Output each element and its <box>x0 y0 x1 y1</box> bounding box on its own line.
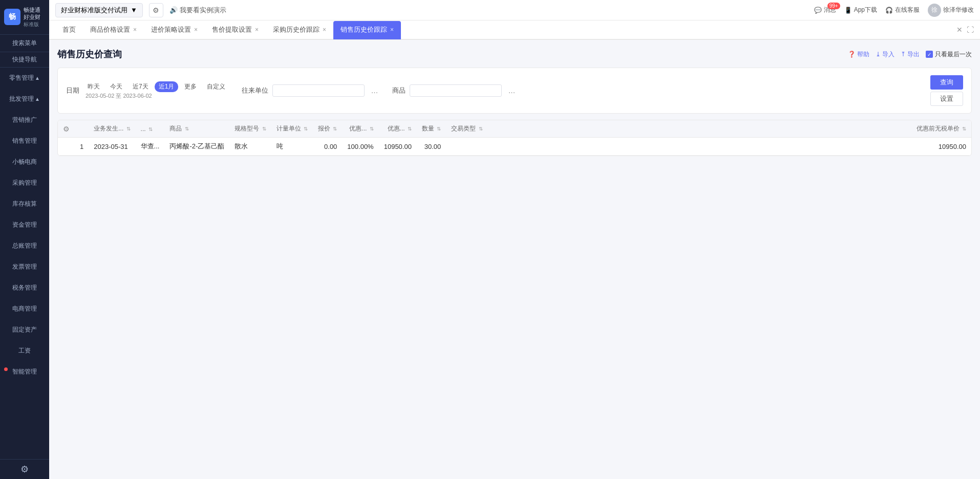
col-product[interactable]: 商品 ⇅ <box>164 120 229 138</box>
message-badge: 99+ <box>827 3 840 9</box>
col-spec[interactable]: 规格型号 ⇅ <box>229 120 271 138</box>
export-icon: ⤒ <box>901 51 906 58</box>
sidebar-search[interactable]: 搜索菜单 <box>0 35 49 52</box>
tab-sell-price-close[interactable]: × <box>255 26 259 33</box>
tab-purchase-strategy[interactable]: 进价策略设置 × <box>144 21 205 39</box>
tab-sell-price[interactable]: 售价提取设置 × <box>205 21 266 39</box>
date-yesterday[interactable]: 昨天 <box>83 81 104 92</box>
topbar: 好业财标准版交付试用 ▼ ⚙ 🔊 我要看实例演示 💬 消息 99+ 📱 App下… <box>49 0 980 20</box>
window-maximize-button[interactable]: ⛶ <box>967 26 974 34</box>
tab-purchase-strategy-close[interactable]: × <box>194 26 198 33</box>
sidebar-item-salary[interactable]: 工资 <box>0 340 49 361</box>
col-num <box>75 120 89 138</box>
row-settings-cell <box>58 138 75 156</box>
supplier-input[interactable] <box>272 84 365 97</box>
user-info[interactable]: 徐 徐泽华修改 <box>928 4 974 17</box>
demo-button[interactable]: 🔊 我要看实例演示 <box>169 6 226 15</box>
customer-service-label: 在线客服 <box>895 6 920 14</box>
row-num: 1 <box>75 138 89 156</box>
sidebar-item-sales[interactable]: 销售管理 <box>0 130 49 151</box>
export-button[interactable]: ⤒ 导出 <box>901 50 920 59</box>
col-pretax-price[interactable]: 优惠前无税单价 ⇅ <box>911 120 971 138</box>
message-icon: 💬 <box>814 7 822 14</box>
sidebar-item-inventory[interactable]: 库存核算 <box>0 193 49 214</box>
only-last-checkbox[interactable]: ✓ 只看最后一次 <box>926 50 972 59</box>
sidebar-item-finance[interactable]: 资金管理 <box>0 214 49 235</box>
col-unit[interactable]: 计量单位 ⇅ <box>271 120 313 138</box>
col-price[interactable]: 报价 ⇅ <box>313 120 342 138</box>
sidebar-item-ecommerce[interactable]: 电商管理 <box>0 298 49 319</box>
window-close-button[interactable]: ✕ <box>956 26 963 34</box>
col-transaction-type[interactable]: 交易类型 ⇅ <box>446 120 487 138</box>
sidebar-item-asset[interactable]: 固定资产 <box>0 319 49 340</box>
col-business-date[interactable]: 业务发生... ⇅ <box>89 120 135 138</box>
product-dots-button[interactable]: … <box>506 85 517 96</box>
sidebar-item-marketing[interactable]: 营销推广 <box>0 110 49 130</box>
date-more[interactable]: 更多 <box>180 81 201 92</box>
user-name: 徐泽华修改 <box>943 6 974 14</box>
demo-label: 我要看实例演示 <box>180 6 226 15</box>
tab-price-settings[interactable]: 商品价格设置 × <box>83 21 144 39</box>
sidebar-item-smart[interactable]: 智能管理 <box>0 361 49 382</box>
table-row: 1 2023-05-31 华查... 丙烯酸-2-乙基己酯 散水 吨 0.00 … <box>58 138 971 156</box>
date-last1month[interactable]: 近1月 <box>155 81 179 92</box>
date-options: 昨天 今天 近7天 近1月 更多 自定义 <box>83 81 229 92</box>
sidebar-item-purchase[interactable]: 采购管理 <box>0 172 49 193</box>
topbar-settings-button[interactable]: ⚙ <box>149 3 163 17</box>
help-icon: ❓ <box>848 51 856 58</box>
table-header-row: ⚙ 业务发生... ⇅ ... ⇅ 商品 ⇅ <box>58 120 971 138</box>
sidebar-item-xiaochangec[interactable]: 小畅电商 <box>0 151 49 172</box>
page-title: 销售历史价查询 <box>57 48 122 60</box>
tab-sales-history-label: 销售历史价跟踪 <box>340 25 387 34</box>
tab-sell-price-label: 售价提取设置 <box>212 25 252 34</box>
tab-sales-history-close[interactable]: × <box>390 26 394 33</box>
app-download-icon: 📱 <box>844 7 852 14</box>
row-spec: 散水 <box>229 138 271 156</box>
window-controls: ✕ ⛶ <box>956 26 974 34</box>
message-button[interactable]: 💬 消息 99+ <box>814 6 836 14</box>
settings-button[interactable]: 设置 <box>930 92 963 106</box>
content-area: 销售历史价查询 ❓ 帮助 ⤓ 导入 ⤒ 导出 ✓ 只看最后一次 <box>49 40 980 479</box>
chevron-down-icon: ▼ <box>131 6 137 14</box>
query-actions: 查询 设置 <box>930 75 963 106</box>
col-spacer <box>488 120 911 138</box>
tab-purchase-history[interactable]: 采购历史价跟踪 × <box>266 21 333 39</box>
tab-home[interactable]: 首页 <box>55 21 83 39</box>
tab-price-settings-close[interactable]: × <box>133 26 137 33</box>
col-discount-val[interactable]: 优惠... ⇅ <box>379 120 417 138</box>
date-last7[interactable]: 近7天 <box>129 81 153 92</box>
app-download-button[interactable]: 📱 App下载 <box>844 6 877 14</box>
supplier-dots-button[interactable]: … <box>369 85 380 96</box>
tab-sales-history[interactable]: 销售历史价跟踪 × <box>333 21 401 39</box>
col-discount-pct[interactable]: 优惠... ⇅ <box>342 120 378 138</box>
tab-selector[interactable]: 好业财标准版交付试用 ▼ <box>55 3 143 17</box>
app-edition: 标准版 <box>24 21 45 28</box>
sidebar: 畅 畅捷通好业财 标准版 搜索菜单 快捷导航 零售管理▲ 批发管理▲ 营销推广 … <box>0 0 49 479</box>
sort-icon-extra: ⇅ <box>148 126 153 132</box>
sidebar-item-retail[interactable]: 零售管理▲ <box>0 68 49 89</box>
sidebar-item-tax[interactable]: 税务管理 <box>0 277 49 298</box>
row-discount-pct: 100.00% <box>342 138 378 156</box>
query-button[interactable]: 查询 <box>930 75 963 90</box>
sidebar-quick-nav[interactable]: 快捷导航 <box>0 52 49 68</box>
date-custom[interactable]: 自定义 <box>203 81 229 92</box>
date-label: 日期 <box>66 86 79 95</box>
sidebar-settings-icon[interactable]: ⚙ <box>0 459 49 479</box>
product-input[interactable] <box>410 84 502 97</box>
tab-purchase-history-close[interactable]: × <box>323 26 326 33</box>
sidebar-item-general[interactable]: 总账管理 <box>0 235 49 256</box>
col-extra[interactable]: ... ⇅ <box>136 120 165 138</box>
row-spacer <box>488 138 911 156</box>
import-button[interactable]: ⤓ 导入 <box>876 50 894 59</box>
tabs-bar: 首页 商品价格设置 × 进价策略设置 × 售价提取设置 × 采购历史价跟踪 × … <box>49 20 980 40</box>
tab-selector-label: 好业财标准版交付试用 <box>61 6 127 15</box>
import-icon: ⤓ <box>876 51 881 58</box>
sidebar-item-wholesale[interactable]: 批发管理▲ <box>0 89 49 110</box>
col-quantity[interactable]: 数量 ⇅ <box>417 120 446 138</box>
help-button[interactable]: ❓ 帮助 <box>848 50 869 59</box>
sidebar-item-invoice[interactable]: 发票管理 <box>0 256 49 277</box>
date-today[interactable]: 今天 <box>106 81 126 92</box>
table-settings-icon[interactable]: ⚙ <box>63 125 70 133</box>
sort-icon-discount-val: ⇅ <box>408 126 412 132</box>
customer-service-button[interactable]: 🎧 在线客服 <box>885 6 920 14</box>
